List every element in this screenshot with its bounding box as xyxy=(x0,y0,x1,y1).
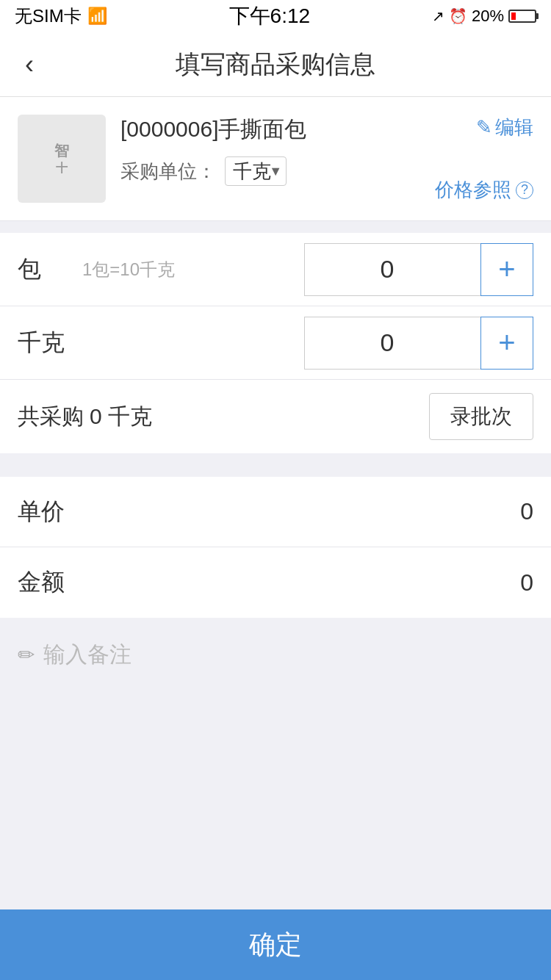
info-section: 单价 0 金额 0 xyxy=(0,477,551,618)
price-ref-button[interactable]: 价格参照 ? xyxy=(435,177,533,203)
bag-plus-button[interactable]: + xyxy=(480,243,533,296)
wifi-icon: 📶 xyxy=(87,7,107,26)
bag-input-row: 包 1包=10千克 + xyxy=(0,233,551,306)
notes-placeholder: 输入备注 xyxy=(43,640,132,670)
product-image-text: 智 xyxy=(54,141,69,161)
summary-row: 共采购 0 千克 录批次 xyxy=(0,380,551,453)
carrier-label: 无SIM卡 xyxy=(15,4,82,28)
page-title: 填写商品采购信息 xyxy=(176,48,375,82)
bag-input[interactable] xyxy=(304,243,480,296)
kg-plus-button[interactable]: + xyxy=(480,317,533,370)
divider-2 xyxy=(0,453,551,465)
summary-unit: 千克 xyxy=(108,402,152,432)
product-info: [0000006]手撕面包 采购单位： 千克 ▼ xyxy=(120,115,420,186)
location-icon: ↗ xyxy=(432,7,444,25)
amount-row: 金额 0 xyxy=(0,547,551,618)
status-right: ↗ ⏰ 20% xyxy=(432,7,536,26)
unit-select[interactable]: 千克 xyxy=(225,156,287,186)
alarm-icon: ⏰ xyxy=(449,7,467,25)
kg-input[interactable] xyxy=(304,317,480,370)
notes-icon: ✏ xyxy=(18,643,35,667)
status-time: 下午6:12 xyxy=(229,2,311,30)
kg-input-wrapper: + xyxy=(304,317,533,370)
unit-label: 采购单位： xyxy=(120,159,216,184)
back-button[interactable]: ‹ xyxy=(18,42,41,87)
nav-bar: ‹ 填写商品采购信息 xyxy=(0,32,551,97)
unit-price-value: 0 xyxy=(520,498,533,525)
kg-label: 千克 xyxy=(18,327,76,359)
unit-price-label: 单价 xyxy=(18,496,65,528)
notes-section[interactable]: ✏ 输入备注 xyxy=(0,618,551,691)
bag-input-wrapper: + xyxy=(304,243,533,296)
status-left: 无SIM卡 📶 xyxy=(15,4,107,28)
product-name: [0000006]手撕面包 xyxy=(120,115,420,145)
battery-icon xyxy=(508,10,536,23)
edit-button[interactable]: ✎ 编辑 xyxy=(476,115,533,140)
product-card: 智 十 [0000006]手撕面包 采购单位： 千克 ▼ ✎ 编辑 价格参照 xyxy=(0,97,551,221)
input-section: 包 1包=10千克 + 千克 + 共采购 0 千克 录批次 xyxy=(0,233,551,453)
amount-value: 0 xyxy=(520,569,533,597)
price-ref-label: 价格参照 xyxy=(435,177,511,203)
product-image-text2: 十 xyxy=(56,161,68,176)
divider-1 xyxy=(0,221,551,233)
status-bar: 无SIM卡 📶 下午6:12 ↗ ⏰ 20% xyxy=(0,0,551,32)
edit-icon: ✎ xyxy=(476,116,492,139)
edit-label: 编辑 xyxy=(495,115,533,140)
product-right: ✎ 编辑 价格参照 ? xyxy=(435,115,533,203)
unit-price-row: 单价 0 xyxy=(0,477,551,547)
unit-select-wrapper[interactable]: 千克 ▼ xyxy=(225,156,287,186)
kg-input-row: 千克 + xyxy=(0,306,551,380)
record-batch-button[interactable]: 录批次 xyxy=(429,393,533,440)
product-unit-row: 采购单位： 千克 ▼ xyxy=(120,156,420,186)
summary-prefix: 共采购 xyxy=(18,402,84,432)
product-image: 智 十 xyxy=(18,115,106,203)
bag-sub-label: 1包=10千克 xyxy=(82,258,175,281)
price-ref-icon: ? xyxy=(516,181,533,199)
bag-label: 包 xyxy=(18,253,76,286)
summary-value: 0 xyxy=(90,404,102,429)
confirm-button[interactable]: 确定 xyxy=(0,909,551,980)
battery-percent: 20% xyxy=(472,7,504,26)
amount-label: 金额 xyxy=(18,566,65,599)
